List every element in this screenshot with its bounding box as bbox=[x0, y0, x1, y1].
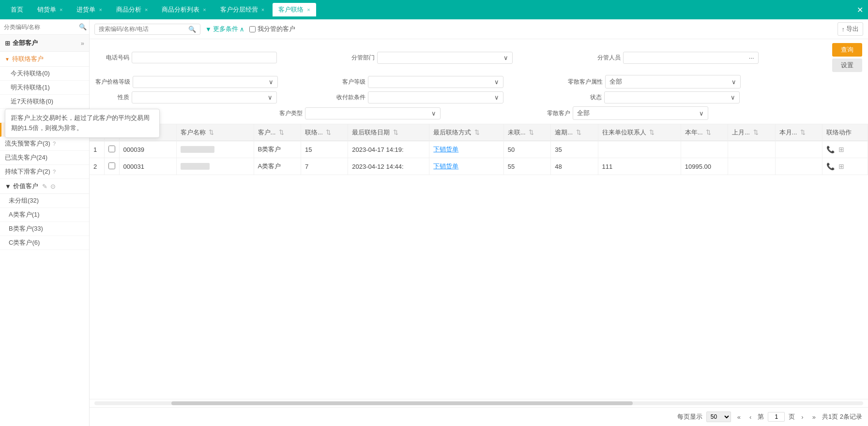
sort-method-icon[interactable]: ⇅ bbox=[474, 129, 480, 136]
cust-level-select[interactable]: ∨ bbox=[368, 76, 503, 88]
sort-contact-icon[interactable]: ⇅ bbox=[326, 129, 331, 136]
my-customer-checkbox[interactable]: 我分管的客户 bbox=[249, 25, 295, 33]
sidebar-item-c-class[interactable]: C类客户(6) bbox=[0, 236, 89, 250]
col-customer-level: 客户... ⇅ bbox=[254, 124, 301, 141]
close-customer-stratify-icon[interactable]: × bbox=[261, 7, 264, 13]
row1-method[interactable]: 下销货单 bbox=[429, 141, 503, 158]
search-box[interactable]: 🔍 bbox=[94, 24, 200, 35]
tab-product-analysis[interactable]: 商品分析 × bbox=[110, 3, 153, 16]
sort-date-icon[interactable]: ⇅ bbox=[393, 129, 398, 136]
edit-icon[interactable]: ✎ bbox=[42, 183, 47, 190]
row1-actions: 📞 ⊞ bbox=[822, 141, 868, 158]
close-all-button[interactable]: ✕ bbox=[857, 5, 863, 15]
settings-button[interactable]: 设置 bbox=[832, 59, 862, 72]
page-label2: 页 bbox=[789, 412, 795, 421]
row2-check[interactable] bbox=[108, 162, 115, 169]
sort-last-month-icon[interactable]: ⇅ bbox=[753, 129, 759, 136]
nature-select[interactable]: ∨ bbox=[132, 91, 277, 103]
sidebar-item-continuous-drop[interactable]: 持续下滑客户(2) ? bbox=[0, 165, 89, 179]
search-input[interactable] bbox=[99, 26, 186, 32]
close-product-list-icon[interactable]: × bbox=[203, 7, 206, 13]
row1-level: B类客户 bbox=[254, 141, 301, 158]
search-icon[interactable]: 🔍 bbox=[188, 26, 196, 33]
sort-company-icon[interactable]: ⇅ bbox=[649, 129, 655, 136]
close-purchase-icon[interactable]: × bbox=[99, 7, 102, 13]
collapse-icon[interactable]: » bbox=[81, 40, 84, 47]
row1-checkbox[interactable] bbox=[104, 141, 119, 158]
row2-grid-icon[interactable]: ⊞ bbox=[838, 162, 844, 170]
last-page-btn[interactable]: » bbox=[810, 412, 818, 422]
sidebar-item-b-class[interactable]: B类客户(33) bbox=[0, 222, 89, 236]
chevron-down-nature: ∨ bbox=[268, 94, 273, 101]
row2-method-link[interactable]: 下销货单 bbox=[433, 162, 458, 170]
dept-select[interactable]: ∨ bbox=[377, 52, 513, 64]
page-input[interactable] bbox=[768, 412, 785, 422]
sidebar-search-bar[interactable]: 🔍 bbox=[0, 19, 89, 35]
tab-purchase[interactable]: 进货单 × bbox=[71, 3, 107, 16]
my-customer-check[interactable] bbox=[249, 26, 256, 32]
row1-grid-icon[interactable]: ⊞ bbox=[838, 146, 844, 153]
value-group-title[interactable]: ▼ 价值客户 ✎ ⊙ bbox=[0, 179, 89, 194]
retail-attr-select[interactable]: 全部 ∨ bbox=[605, 75, 741, 88]
sort-overdue-icon[interactable]: ⇅ bbox=[576, 129, 581, 136]
filter-row-3: 性质 ∨ 收付款条件 ∨ 状态 bbox=[95, 91, 862, 103]
pending-group-title[interactable]: ▼ 待联络客户 bbox=[0, 52, 89, 67]
price-level-select[interactable]: ∨ bbox=[133, 76, 278, 88]
row1-index: 1 bbox=[90, 141, 104, 158]
close-sales-icon[interactable]: × bbox=[60, 7, 62, 13]
sidebar-item-lost-warning[interactable]: 流失预警客户(3) ? bbox=[0, 137, 89, 151]
filter-row-1: 电话号码 分管部门 ∨ 分管人员 ··· bbox=[95, 43, 862, 72]
sidebar-search-input[interactable] bbox=[4, 24, 76, 30]
tab-sales[interactable]: 销货单 × bbox=[31, 3, 68, 16]
chevron-down-icon: ∧ bbox=[240, 26, 244, 33]
tab-customer-stratify[interactable]: 客户分层经营 × bbox=[214, 3, 270, 16]
row1-name bbox=[176, 141, 254, 158]
horizontal-scrollbar[interactable] bbox=[94, 401, 863, 405]
sort-year-icon[interactable]: ⇅ bbox=[706, 129, 711, 136]
row2-date: 2023-04-12 14:44: bbox=[348, 158, 429, 175]
phone-input[interactable] bbox=[132, 52, 277, 63]
tab-home[interactable]: 首页 bbox=[5, 3, 29, 16]
next-page-btn[interactable]: › bbox=[799, 412, 806, 422]
row1-phone-icon[interactable]: 📞 bbox=[826, 146, 835, 153]
scrollbar-thumb[interactable] bbox=[171, 401, 633, 405]
prev-page-btn[interactable]: ‹ bbox=[747, 412, 754, 422]
more-conditions-btn[interactable]: ▼ 更多条件 ∧ bbox=[205, 25, 244, 33]
sidebar-item-today[interactable]: 今天待联络(0) bbox=[0, 67, 89, 81]
sidebar-search-icon[interactable]: 🔍 bbox=[79, 23, 87, 30]
sort-uncontacted-icon[interactable]: ⇅ bbox=[529, 129, 534, 136]
export-button[interactable]: ↑ 导出 bbox=[838, 22, 864, 36]
cust-type-select[interactable]: ∨ bbox=[305, 107, 441, 119]
tab-customer-contact[interactable]: 客户联络 × bbox=[273, 3, 316, 16]
row1-method-link[interactable]: 下销货单 bbox=[433, 146, 458, 153]
row2-method[interactable]: 下销货单 bbox=[429, 158, 503, 175]
sidebar-item-a-class[interactable]: A类客户(1) bbox=[0, 208, 89, 222]
close-product-analysis-icon[interactable]: × bbox=[145, 7, 148, 13]
payment-select[interactable]: ∨ bbox=[368, 91, 503, 103]
status-select[interactable]: ∨ bbox=[604, 91, 740, 103]
sidebar-item-tomorrow[interactable]: 明天待联络(1) bbox=[0, 81, 89, 95]
sort-name-icon[interactable]: ⇅ bbox=[209, 129, 214, 136]
sort-this-month-icon[interactable]: ⇅ bbox=[800, 129, 806, 136]
chevron-down-cust-level: ∨ bbox=[494, 78, 499, 86]
top-nav: 首页 销货单 × 进货单 × 商品分析 × 商品分析列表 × 客户分层经营 × … bbox=[0, 0, 868, 19]
row2-this-month bbox=[775, 158, 822, 175]
per-page-select[interactable]: 50 20 100 bbox=[706, 411, 731, 422]
sidebar-item-already-lost[interactable]: 已流失客户(24) bbox=[0, 151, 89, 165]
first-page-btn[interactable]: « bbox=[735, 412, 743, 422]
row2-checkbox[interactable] bbox=[104, 158, 119, 175]
person-select[interactable]: ··· bbox=[623, 52, 759, 64]
close-customer-contact-icon[interactable]: × bbox=[307, 7, 310, 13]
sidebar-item-7days[interactable]: 近7天待联络(0) bbox=[0, 95, 89, 109]
query-button[interactable]: 查询 bbox=[832, 43, 862, 57]
sidebar-item-ungrouped[interactable]: 未分组(32) bbox=[0, 194, 89, 208]
row2-company-contact: 111 bbox=[598, 158, 681, 175]
data-table-container: ⚙ 客户编码 ⇅ 客户名称 ⇅ bbox=[90, 124, 868, 399]
row1-check[interactable] bbox=[108, 146, 115, 152]
settings-icon2[interactable]: ⊙ bbox=[50, 183, 56, 190]
retail-cust-select[interactable]: 全部 ∨ bbox=[573, 106, 708, 120]
row2-phone-icon[interactable]: 📞 bbox=[826, 162, 835, 170]
total-records: 共1页 2条记录 bbox=[822, 412, 862, 421]
sort-level-icon[interactable]: ⇅ bbox=[279, 129, 284, 136]
tab-product-list[interactable]: 商品分析列表 × bbox=[156, 3, 212, 16]
